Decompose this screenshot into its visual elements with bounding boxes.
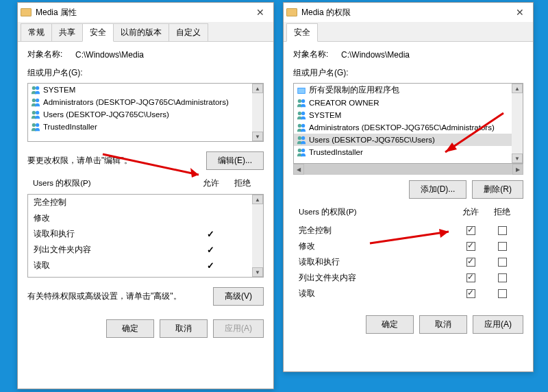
deny-checkbox[interactable] [486,289,518,298]
user-icon [297,110,306,120]
table-row: 读取 [293,286,523,302]
scroll-down-icon[interactable]: ▼ [252,132,263,141]
scrollbar-vertical[interactable]: ▲▼ [252,195,263,277]
list-item[interactable]: CREATOR OWNER [294,97,523,109]
cancel-button[interactable]: 取消 [419,315,467,334]
deny-checkbox[interactable] [486,273,518,282]
titlebar[interactable]: Media 的权限 ✕ [284,3,533,22]
perm-name: 读取和执行 [34,229,195,239]
tab-general[interactable]: 常规 [21,23,52,41]
users-listbox[interactable]: 所有受限制的应用程序包 CREATOR OWNER SYSTEM Adminis… [293,83,523,164]
list-item[interactable]: TrustedInstaller [28,121,263,133]
remove-button[interactable]: 删除(R) [472,180,523,199]
tabbar: 安全 [284,22,533,42]
ok-button[interactable]: 确定 [106,319,154,338]
advanced-hint: 有关特殊权限或高级设置，请单击"高级"。 [27,291,213,302]
deny-header: 拒绝 [227,178,258,188]
user-icon [31,110,40,119]
svg-point-13 [298,124,301,127]
allow-mark [195,260,226,271]
close-icon[interactable]: ✕ [250,5,271,20]
users-listbox[interactable]: SYSTEM Administrators (DESKTOP-JQG765C\A… [27,83,264,142]
allow-checkbox[interactable] [455,289,486,298]
list-item-label: 所有受限制的应用程序包 [309,85,399,95]
scrollbar-vertical[interactable]: ▲▼ [512,84,523,163]
allow-checkbox[interactable] [455,258,486,267]
scroll-up-icon[interactable]: ▲ [252,84,263,93]
permissions-label: Users 的权限(P) [33,178,195,188]
allow-checkbox[interactable] [455,242,486,251]
object-name-value: C:\Windows\Media [75,50,144,60]
scroll-down-icon[interactable]: ▼ [512,154,523,163]
svg-point-3 [36,99,39,102]
list-item[interactable]: 所有受限制的应用程序包 [294,84,523,97]
scroll-up-icon[interactable]: ▲ [252,195,263,204]
allow-checkbox[interactable] [455,226,486,235]
svg-point-4 [32,111,36,114]
deny-checkbox[interactable] [486,242,518,251]
window-title: Media 属性 [36,7,250,19]
list-item[interactable]: SYSTEM [294,109,523,121]
table-row: 列出文件夹内容 [28,242,263,258]
allow-mark [195,229,226,239]
scroll-left-icon[interactable]: ◀ [293,164,304,175]
list-item[interactable]: SYSTEM [28,84,263,96]
svg-point-2 [32,99,36,102]
allow-checkbox[interactable] [455,273,486,282]
user-icon [297,135,306,145]
svg-point-18 [301,149,305,152]
object-name-value: C:\Windows\Media [341,50,410,60]
list-item[interactable]: TrustedInstaller [294,146,523,158]
user-icon [297,147,306,157]
apply-button[interactable]: 应用(A) [213,319,264,338]
apply-button[interactable]: 应用(A) [473,315,523,334]
tab-customize[interactable]: 自定义 [169,23,208,41]
list-item[interactable]: Administrators (DESKTOP-JQG765C\Administ… [294,121,523,134]
table-row: 列出文件夹内容 [293,270,523,286]
permissions-label: Users 的权限(P) [299,207,455,217]
deny-header: 拒绝 [486,207,518,217]
dialog-footer: 确定 取消 应用(A) [18,313,273,345]
table-row: 修改 [28,210,263,226]
svg-point-9 [298,99,301,103]
cancel-button[interactable]: 取消 [160,319,208,338]
perm-name: 读取 [34,260,195,271]
folder-icon [286,7,297,18]
tab-security[interactable]: 安全 [82,23,114,42]
scroll-up-icon[interactable]: ▲ [512,84,523,93]
table-row: 完全控制 [28,195,263,210]
perm-name: 修改 [34,213,195,223]
edit-button[interactable]: 编辑(E)... [206,151,264,170]
list-item-label: TrustedInstaller [309,148,363,156]
list-item[interactable]: Users (DESKTOP-JQG765C\Users) [294,134,523,146]
scroll-thumb[interactable] [304,164,512,175]
tab-security[interactable]: 安全 [286,23,318,42]
user-icon [31,97,40,107]
user-icon [297,123,306,132]
deny-checkbox[interactable] [486,226,518,235]
properties-dialog: Media 属性 ✕ 常规 共享 安全 以前的版本 自定义 对象名称: C:\W… [17,2,274,389]
table-row: 写入 [28,273,263,278]
permissions-table: 完全控制 修改 读取和执行 列出文件夹内容 读取 [293,223,523,302]
perm-name: 修改 [299,241,455,252]
tab-sharing[interactable]: 共享 [51,23,83,41]
perm-name: 完全控制 [299,225,455,236]
scrollbar-horizontal[interactable]: ◀▶ [293,164,523,175]
folder-icon [21,7,32,18]
list-item[interactable]: Users (DESKTOP-JQG765C\Users) [28,108,263,121]
permissions-dialog: Media 的权限 ✕ 安全 对象名称: C:\Windows\Media 组或… [283,2,534,372]
advanced-button[interactable]: 高级(V) [213,287,264,306]
add-button[interactable]: 添加(D)... [409,180,467,199]
svg-point-14 [301,124,305,127]
scroll-down-icon[interactable]: ▼ [252,267,263,277]
ok-button[interactable]: 确定 [366,315,414,334]
list-item-label: Administrators (DESKTOP-JQG765C\Administ… [43,98,229,106]
list-item[interactable]: Administrators (DESKTOP-JQG765C\Administ… [28,96,263,108]
edit-hint: 要更改权限，请单击"编辑"。 [27,155,206,167]
scrollbar-vertical[interactable]: ▲▼ [252,84,263,141]
close-icon[interactable]: ✕ [510,5,530,20]
tab-previous-versions[interactable]: 以前的版本 [113,23,169,41]
deny-checkbox[interactable] [486,258,518,267]
scroll-right-icon[interactable]: ▶ [512,164,523,175]
titlebar[interactable]: Media 属性 ✕ [18,3,273,22]
